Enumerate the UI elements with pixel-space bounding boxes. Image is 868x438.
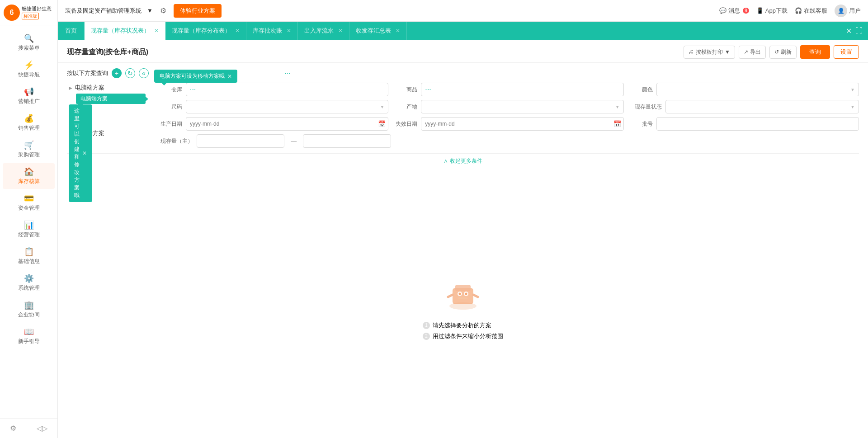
- sidebar-item-finance[interactable]: 💳 资金管理: [3, 190, 55, 216]
- step-num-2: 2: [423, 333, 430, 340]
- chevron-down-icon: ▼: [147, 7, 153, 14]
- tab-receive-summary[interactable]: 收发存汇总表 ✕: [349, 22, 407, 40]
- field-warehouse-label: 仓库: [160, 86, 182, 94]
- sidebar-item-purchase[interactable]: 🛒 采购管理: [3, 137, 55, 162]
- batch-input[interactable]: [656, 117, 859, 131]
- app-download-btn[interactable]: 📱 App下载: [756, 7, 788, 15]
- tab-fullscreen-btn[interactable]: ⛶: [855, 27, 863, 35]
- filter-refresh-btn[interactable]: ↻: [125, 68, 135, 78]
- empty-step-1: 1 请先选择要分析的方案: [423, 321, 503, 330]
- guide-icon: 📖: [24, 327, 34, 337]
- sidebar-bottom: ⚙ ◁▷: [0, 418, 57, 438]
- field-size-control[interactable]: ▼: [186, 100, 388, 113]
- tooltip-scheme-close[interactable]: ✕: [227, 73, 232, 80]
- print-arrow-icon: ▼: [725, 49, 730, 55]
- tab-home[interactable]: 首页: [58, 22, 85, 40]
- goods-dots[interactable]: ···: [425, 85, 431, 94]
- settings-icon[interactable]: ⚙: [160, 6, 166, 15]
- sidebar-item-finance-label: 资金管理: [18, 204, 40, 212]
- industry-btn[interactable]: 体验行业方案: [174, 4, 222, 18]
- tab-inventory-distribution-label: 现存量（库存分布表）: [172, 27, 231, 35]
- size-dropdown-arrow: ▼: [380, 104, 384, 109]
- sidebar-item-basic[interactable]: 📋 基础信息: [3, 243, 55, 269]
- field-prod-date-label: 生产日期: [160, 120, 182, 128]
- tab-inout-flow[interactable]: 出入库流水 ✕: [298, 22, 349, 40]
- filter-arrow-btn[interactable]: «: [139, 68, 149, 78]
- user-btn[interactable]: 👤 用户: [835, 5, 861, 17]
- sidebar-item-system[interactable]: ⚙️ 系统管理: [3, 270, 55, 296]
- prod-date-input[interactable]: [186, 117, 388, 131]
- inventory-icon: 🏠: [24, 167, 34, 177]
- prod-date-calendar-icon[interactable]: 📅: [378, 120, 386, 127]
- tab-inventory-status[interactable]: 现存量（库存状况表） ✕: [85, 22, 165, 40]
- svg-rect-9: [458, 297, 467, 299]
- field-origin-label: 产地: [396, 103, 417, 111]
- empty-state: 1 请先选择要分析的方案 2 用过滤条件来缩小分析范围: [58, 174, 868, 438]
- filter-more-dots[interactable]: ···: [284, 69, 290, 77]
- inventory-main-to[interactable]: [303, 134, 391, 148]
- tab-inout-flow-label: 出入库流水: [304, 27, 334, 35]
- tooltip-create-text: 这里可以创建和修改方案哦: [74, 107, 80, 199]
- sidebar: 6 畅捷通好生意 标准版 🔍 搜索菜单 ⚡ 快捷导航 📢 营销推广 💰 销售管理…: [0, 0, 58, 438]
- refresh-btn[interactable]: ↺ 刷新: [769, 46, 797, 59]
- field-color: 颜色 ▼: [631, 83, 859, 96]
- export-btn[interactable]: ↗ 导出: [739, 46, 766, 59]
- system-title: 装备及固定资产辅助管理系统: [65, 7, 142, 15]
- sidebar-item-inventory[interactable]: 🏠 库存核算: [3, 163, 55, 189]
- filter-header: 按以下方案查询 + ↻ « 电脑方案可设为移动方案哦 ✕ ···: [67, 68, 859, 78]
- tab-home-label: 首页: [65, 27, 77, 35]
- enterprise-icon: 🏢: [24, 300, 34, 310]
- page-title: 现存量查询(按仓库+商品): [67, 47, 148, 57]
- tab-close-receive-summary[interactable]: ✕: [396, 28, 400, 34]
- filter-row-4: 现存量（主） —: [160, 134, 859, 148]
- header-right: 💬 消息 9 📱 App下载 🎧 在线客服 👤 用户: [719, 5, 861, 17]
- main-area: 装备及固定资产辅助管理系统 ▼ ⚙ 体验行业方案 💬 消息 9 📱 App下载 …: [58, 0, 868, 438]
- exp-date-calendar-icon[interactable]: 📅: [613, 120, 621, 127]
- sidebar-item-enterprise[interactable]: 🏢 企业协同: [3, 297, 55, 322]
- field-batch-label: 批号: [631, 120, 653, 128]
- print-btn[interactable]: 🖨 按模板打印 ▼: [684, 46, 735, 59]
- sidebar-collapse-btn[interactable]: ◁▷: [35, 422, 49, 434]
- sidebar-item-search[interactable]: 🔍 搜索菜单: [3, 30, 55, 56]
- step-num-1: 1: [423, 322, 430, 329]
- warehouse-dots[interactable]: ···: [190, 85, 196, 94]
- field-goods-control[interactable]: ···: [421, 83, 623, 96]
- sidebar-item-sales[interactable]: 💰 销售管理: [3, 110, 55, 136]
- exp-date-input[interactable]: [421, 117, 623, 131]
- exp-date-wrapper: 📅: [421, 117, 623, 131]
- field-warehouse-control[interactable]: ···: [186, 83, 388, 96]
- operations-icon: 📊: [24, 220, 34, 230]
- field-size: 尺码 ▼: [160, 100, 388, 113]
- tab-close-batch-account[interactable]: ✕: [287, 28, 291, 34]
- online-support-btn[interactable]: 🎧 在线客服: [795, 7, 827, 15]
- reset-btn[interactable]: 设置: [834, 45, 859, 59]
- sidebar-settings-btn[interactable]: ⚙: [8, 422, 18, 434]
- support-icon: 🎧: [795, 7, 802, 14]
- refresh-icon: ↺: [774, 49, 779, 55]
- sidebar-item-guide[interactable]: 📖 新手引导: [3, 323, 55, 349]
- sidebar-item-quicknav[interactable]: ⚡ 快捷导航: [3, 57, 55, 82]
- tab-batch-account[interactable]: 库存批次账 ✕: [246, 22, 298, 40]
- system-selector[interactable]: ▼: [147, 7, 153, 14]
- field-inventory-status-control[interactable]: ▼: [665, 100, 859, 113]
- field-color-control[interactable]: ▼: [656, 83, 859, 96]
- filter-add-btn[interactable]: +: [112, 68, 122, 78]
- scheme-desktop-arrow[interactable]: ▶: [69, 85, 72, 90]
- tooltip-create-close[interactable]: ✕: [82, 150, 87, 156]
- marketing-icon: 📢: [24, 87, 34, 97]
- message-btn[interactable]: 💬 消息 9: [719, 7, 749, 15]
- basic-icon: 📋: [24, 247, 34, 257]
- collapse-bar[interactable]: ∧ 收起更多条件: [67, 153, 859, 169]
- field-origin-control[interactable]: ▼: [421, 100, 623, 113]
- tab-close-all-btn[interactable]: ✕: [846, 27, 852, 35]
- tab-close-inout-flow[interactable]: ✕: [338, 28, 343, 34]
- tab-close-inventory-distribution[interactable]: ✕: [235, 28, 240, 34]
- sidebar-item-operations[interactable]: 📊 经营管理: [3, 217, 55, 242]
- sidebar-item-marketing[interactable]: 📢 营销推广: [3, 83, 55, 109]
- inventory-main-from[interactable]: [197, 134, 284, 148]
- tab-inventory-distribution[interactable]: 现存量（库存分布表） ✕: [165, 22, 246, 40]
- scheme-active-tag[interactable]: 电脑端方案: [76, 94, 146, 104]
- tab-close-inventory-status[interactable]: ✕: [154, 28, 159, 34]
- sidebar-item-marketing-label: 营销推广: [18, 98, 40, 105]
- query-btn[interactable]: 查询: [800, 45, 830, 59]
